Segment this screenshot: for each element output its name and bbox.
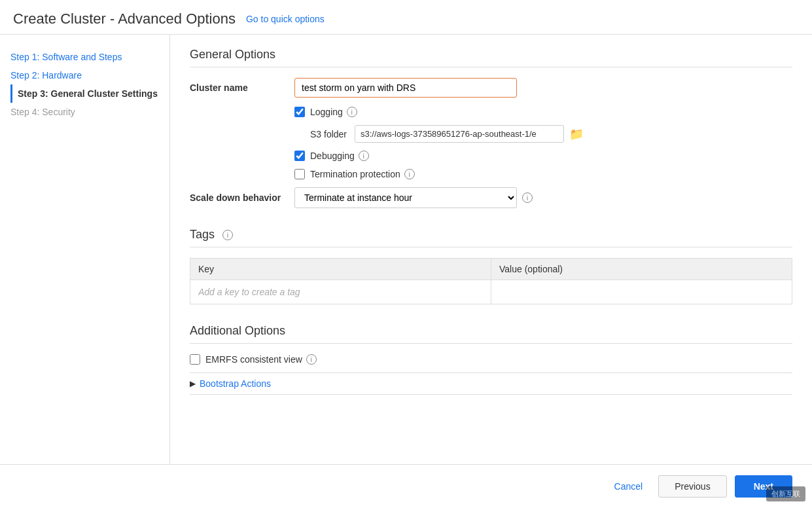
tag-key-input[interactable]: [196, 284, 485, 300]
termination-protection-label[interactable]: Termination protection: [310, 169, 400, 179]
general-options-section: General Options Cluster name Logging i S…: [190, 48, 792, 208]
sidebar-item-step2[interactable]: Step 2: Hardware: [10, 66, 159, 84]
bootstrap-triangle-icon: ▶: [190, 379, 196, 388]
general-options-title: General Options: [190, 48, 792, 67]
emrfs-row: EMRFS consistent view i: [190, 354, 792, 365]
folder-icon[interactable]: 📁: [569, 127, 584, 141]
footer: Cancel Previous Next: [0, 464, 812, 508]
emrfs-info-icon[interactable]: i: [306, 354, 317, 365]
tags-new-row: [190, 280, 792, 304]
cluster-name-row: Cluster name: [190, 78, 792, 98]
bootstrap-actions-label: Bootstrap Actions: [200, 378, 271, 389]
cluster-name-input[interactable]: [294, 78, 517, 98]
debugging-info-icon[interactable]: i: [359, 151, 369, 161]
tags-info-icon[interactable]: i: [222, 230, 233, 240]
termination-protection-row: Termination protection i: [190, 169, 792, 179]
scale-down-label: Scale down behavior: [190, 192, 294, 203]
page-title: Create Cluster - Advanced Options: [13, 10, 236, 27]
tags-table: Key Value (optional): [190, 258, 792, 304]
tags-header: Tags i: [190, 228, 792, 247]
s3-folder-row: S3 folder 📁: [190, 125, 792, 143]
s3-folder-label: S3 folder: [310, 129, 349, 139]
logging-label[interactable]: Logging: [310, 107, 343, 117]
tags-key-cell: [190, 280, 491, 304]
main-layout: Step 1: Software and Steps Step 2: Hardw…: [0, 35, 812, 503]
previous-button[interactable]: Previous: [658, 475, 726, 498]
quick-options-link[interactable]: Go to quick options: [246, 14, 325, 24]
logging-info-icon[interactable]: i: [347, 107, 357, 117]
tags-value-header: Value (optional): [491, 259, 792, 280]
cluster-name-label: Cluster name: [190, 82, 294, 93]
logging-checkbox[interactable]: [294, 107, 305, 117]
additional-options-section: Additional Options EMRFS consistent view…: [190, 324, 792, 395]
watermark: 创新互联: [766, 486, 805, 501]
scale-down-select[interactable]: Terminate at instance hour Terminate at …: [294, 187, 517, 208]
scale-down-row: Scale down behavior Terminate at instanc…: [190, 187, 792, 208]
content-area: General Options Cluster name Logging i S…: [170, 35, 812, 503]
tags-section: Tags i Key Value (optional): [190, 228, 792, 304]
tags-value-cell: [491, 280, 792, 304]
sidebar-item-step3[interactable]: Step 3: General Cluster Settings: [10, 84, 159, 103]
cancel-button[interactable]: Cancel: [607, 476, 651, 497]
emrfs-checkbox[interactable]: [190, 354, 200, 365]
sidebar: Step 1: Software and Steps Step 2: Hardw…: [0, 35, 170, 503]
debugging-label[interactable]: Debugging: [310, 151, 355, 161]
tags-title: Tags: [190, 228, 215, 242]
tags-key-header: Key: [190, 259, 491, 280]
additional-options-title: Additional Options: [190, 324, 792, 344]
bootstrap-actions-row[interactable]: ▶ Bootstrap Actions: [190, 372, 792, 395]
emrfs-label[interactable]: EMRFS consistent view: [205, 354, 302, 365]
termination-protection-checkbox[interactable]: [294, 169, 305, 179]
tag-value-input[interactable]: [497, 284, 786, 300]
sidebar-item-step1[interactable]: Step 1: Software and Steps: [10, 48, 159, 66]
debugging-row: Debugging i: [190, 151, 792, 161]
logging-row: Logging i: [190, 107, 792, 117]
sidebar-item-step4: Step 4: Security: [10, 103, 159, 121]
page-header: Create Cluster - Advanced Options Go to …: [0, 0, 812, 35]
scale-down-info-icon[interactable]: i: [522, 192, 533, 203]
s3-folder-input[interactable]: [355, 125, 564, 143]
debugging-checkbox[interactable]: [294, 151, 305, 161]
termination-info-icon[interactable]: i: [404, 169, 415, 179]
